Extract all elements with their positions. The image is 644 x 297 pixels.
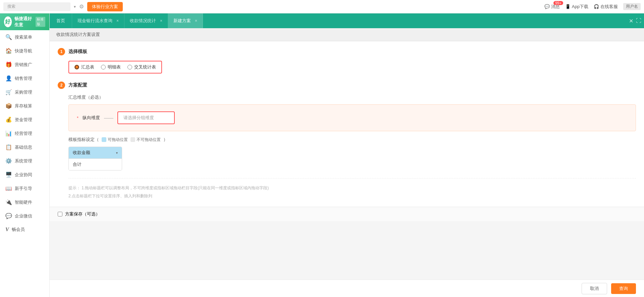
dimension-label: 汇总维度（必选）: [68, 94, 636, 100]
section2-title: 方案配置: [68, 82, 87, 88]
search-box[interactable]: 搜索: [3, 2, 70, 11]
dimension-arrow-icon: ——: [104, 115, 113, 120]
message-item[interactable]: 💬 消息 99+: [544, 4, 560, 10]
radio-summary-input[interactable]: [74, 65, 79, 69]
sidebar-item-member[interactable]: V 畅会员: [0, 223, 49, 236]
sidebar-item-system[interactable]: ⚙️ 系统管理: [0, 154, 49, 168]
tab-new-plan-label: 新建方案: [173, 18, 191, 24]
gear-icon[interactable]: ⚙: [79, 3, 84, 10]
sidebar-item-enterprise-wechat[interactable]: 💬 企业微信: [0, 209, 49, 223]
industry-plan-button[interactable]: 体验行业方案: [87, 2, 123, 11]
sidebar-item-beginner-guide[interactable]: 📖 新手引导: [0, 182, 49, 195]
user-avatar[interactable]: 用户名: [623, 3, 641, 10]
sidebar-item-sales[interactable]: 👤 销售管理: [0, 71, 49, 85]
sidebar-logo: 好 畅捷通好生意 标准版: [0, 13, 49, 30]
draggable-dot: [102, 137, 106, 142]
sidebar-item-label: 销售管理: [15, 76, 32, 82]
online-service-item[interactable]: 🎧 在线客服: [594, 4, 618, 10]
sidebar-item-purchase[interactable]: 🛒 采购管理: [0, 85, 49, 99]
finance-icon: 💰: [5, 116, 12, 123]
tab-home-label: 首页: [56, 18, 65, 24]
dimension-placeholder: 请选择分组维度: [123, 115, 154, 120]
required-mark: *: [77, 115, 78, 120]
member-icon: V: [5, 227, 9, 233]
not-draggable-dot: [130, 137, 135, 142]
sidebar-item-label: 系统管理: [15, 158, 32, 164]
tab-bank-flow[interactable]: 现金银行流水查询 ×: [72, 13, 124, 28]
radio-cross-label: 交叉统计表: [134, 64, 156, 70]
radio-cross-input[interactable]: [127, 65, 132, 69]
sidebar-item-label: 库存核算: [15, 103, 32, 109]
sidebar-item-quick-nav[interactable]: 🏠 快捷导航: [0, 44, 49, 58]
tab-fullscreen-icon[interactable]: ⛶: [636, 18, 641, 24]
search-placeholder: 搜索: [7, 4, 15, 9]
tab-bank-flow-label: 现金银行流水查询: [77, 18, 112, 24]
tab-home[interactable]: 首页: [50, 13, 72, 28]
form-container: 1 选择模板 汇总表 明细表: [50, 41, 644, 207]
draggable-label: 可拖动位置: [108, 137, 128, 143]
sidebar-item-inventory[interactable]: 📦 库存核算: [0, 99, 49, 113]
section2-body: 汇总维度（必选） * 纵向维度 —— 请选择分组维度: [68, 94, 636, 200]
sidebar-item-label: 快捷导航: [15, 48, 32, 54]
sidebar-item-finance[interactable]: 💰 资金管理: [0, 113, 49, 127]
dimension-label-text: 汇总维度（必选）: [68, 95, 103, 100]
sidebar-item-label: 采购管理: [15, 89, 32, 95]
indicators-config-label-row: 模板指标设定（ 可拖动位置 不可拖动位置 ）: [68, 137, 636, 143]
query-button[interactable]: 查询: [611, 283, 636, 294]
sidebar-item-label: 资金管理: [15, 117, 32, 123]
sidebar-item-label: 基础信息: [15, 144, 32, 150]
radio-detail[interactable]: 明细表: [101, 64, 121, 70]
system-icon: ⚙️: [5, 158, 12, 164]
tab-collection-stat-close-icon[interactable]: ×: [160, 18, 162, 23]
marketing-icon: 🎁: [5, 61, 12, 68]
sidebar-item-operations[interactable]: 📊 经营管理: [0, 127, 49, 140]
radio-detail-input[interactable]: [101, 65, 106, 69]
sidebar-item-label: 新手引导: [15, 186, 32, 192]
enterprise-wechat-icon: 💬: [5, 213, 12, 219]
cancel-button[interactable]: 取消: [582, 283, 607, 294]
main-layout: 好 畅捷通好生意 标准版 🔍 搜索菜单 🏠 快捷导航 🎁 营销推广 👤 销售管理…: [0, 13, 644, 297]
tab-collection-stat[interactable]: 收款情况统计 ×: [124, 13, 168, 28]
dimension-select-box[interactable]: 请选择分组维度: [117, 111, 175, 124]
radio-detail-label: 明细表: [108, 64, 121, 70]
radio-summary[interactable]: 汇总表: [74, 64, 94, 70]
sidebar-item-enterprise-collab[interactable]: 🖥️ 企业协同: [0, 168, 49, 182]
online-service-label: 在线客服: [600, 4, 618, 10]
sales-icon: 👤: [5, 75, 12, 82]
quick-nav-icon: 🏠: [5, 48, 12, 54]
tip-1: 提示： 1.拖动标题栏可以调整布局，不可跨维度或指标区域拖动栏目字段(只能在同一…: [68, 184, 636, 192]
sidebar-item-smart-hardware[interactable]: 🔌 智能硬件: [0, 195, 49, 209]
content-area: 首页 现金银行流水查询 × 收款情况统计 × 新建方案 × ✕ ⛶: [50, 13, 644, 297]
sidebar-item-search-menu[interactable]: 🔍 搜索菜单: [0, 30, 49, 44]
tab-new-plan-close-icon[interactable]: ×: [195, 18, 197, 23]
service-icon: 🎧: [594, 4, 599, 9]
search-menu-icon: 🔍: [5, 34, 12, 40]
sidebar-item-label: 营销推广: [15, 62, 32, 68]
beginner-guide-icon: 📖: [5, 185, 12, 192]
sidebar-item-label: 搜索菜单: [15, 34, 32, 40]
sidebar-item-label: 畅会员: [12, 227, 25, 233]
stat-header-label: 收款金额: [73, 150, 90, 156]
stat-table-header[interactable]: 收款金额 ▾: [69, 147, 122, 159]
purchase-icon: 🛒: [5, 89, 12, 95]
radio-cross[interactable]: 交叉统计表: [127, 64, 156, 70]
save-label: 方案保存（可选）: [65, 211, 100, 217]
tab-bank-flow-close-icon[interactable]: ×: [116, 18, 119, 23]
tab-new-plan[interactable]: 新建方案 ×: [168, 13, 203, 28]
stat-header-chevron-icon[interactable]: ▾: [116, 151, 118, 155]
save-checkbox[interactable]: [58, 212, 62, 216]
sidebar-item-marketing[interactable]: 🎁 营销推广: [0, 58, 49, 71]
sidebar-item-label: 企业协同: [15, 172, 32, 178]
dropdown-arrow-icon[interactable]: ▾: [74, 4, 76, 9]
not-draggable-label: 不可拖动位置: [137, 137, 161, 143]
indicators-config-text: 模板指标设定（: [68, 137, 99, 143]
basic-info-icon: 📋: [5, 144, 12, 150]
message-badge: 99+: [553, 1, 563, 5]
app-download-item[interactable]: 📱 App下载: [565, 4, 588, 10]
dimension-row: * 纵向维度 —— 请选择分组维度: [77, 111, 628, 124]
tab-close-all-icon[interactable]: ✕: [629, 18, 633, 24]
enterprise-collab-icon: 🖥️: [5, 171, 12, 178]
top-bar: 搜索 ▾ ⚙ 体验行业方案 💬 消息 99+ 📱 App下载 🎧 在线客服 用户…: [0, 0, 644, 13]
sidebar-item-basic-info[interactable]: 📋 基础信息: [0, 140, 49, 154]
sidebar-item-label: 智能硬件: [15, 199, 32, 205]
